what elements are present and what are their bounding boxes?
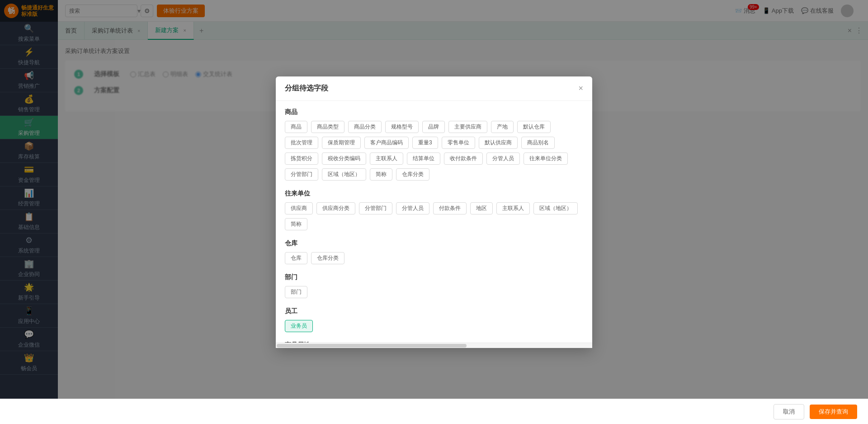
section-department: 部门部门 xyxy=(285,273,583,298)
field-tag-收付款条件[interactable]: 收付款条件 xyxy=(444,152,483,165)
bottom-bar: 取消 保存并查询 xyxy=(0,399,868,424)
field-tags-employee: 业务员 xyxy=(285,320,583,332)
field-tag-分管人员[interactable]: 分管人员 xyxy=(396,202,429,214)
field-tag-分管部门[interactable]: 分管部门 xyxy=(285,168,318,181)
field-tags-product: 商品商品类型商品分类规格型号品牌主要供应商产地默认仓库批次管理保质期管理客户商品… xyxy=(285,121,583,181)
modal-hscroll-thumb xyxy=(277,344,467,348)
field-tag-业务员[interactable]: 业务员 xyxy=(285,320,313,332)
field-tag-分管人员[interactable]: 分管人员 xyxy=(486,152,520,165)
field-tag-产地[interactable]: 产地 xyxy=(491,121,514,133)
field-tag-往来单位分类[interactable]: 往来单位分类 xyxy=(524,152,568,165)
field-tag-仓库分类[interactable]: 仓库分类 xyxy=(311,252,344,264)
field-tag-主要供应商[interactable]: 主要供应商 xyxy=(448,121,487,133)
field-tag-商品类型[interactable]: 商品类型 xyxy=(311,121,344,133)
field-tag-默认供应商[interactable]: 默认供应商 xyxy=(479,137,518,149)
field-tag-商品[interactable]: 商品 xyxy=(285,121,307,133)
field-tag-批次管理[interactable]: 批次管理 xyxy=(285,137,318,149)
field-tag-供应商[interactable]: 供应商 xyxy=(285,202,313,214)
field-tags-department: 部门 xyxy=(285,286,583,298)
field-tag-区域（地区）[interactable]: 区域（地区） xyxy=(322,168,366,181)
field-tag-分管部门[interactable]: 分管部门 xyxy=(359,202,392,214)
field-tag-主联系人[interactable]: 主联系人 xyxy=(370,152,403,165)
field-tag-重量3[interactable]: 重量3 xyxy=(412,137,438,149)
section-title-warehouse: 仓库 xyxy=(285,239,583,248)
field-tag-部门[interactable]: 部门 xyxy=(285,286,307,298)
field-tag-区域（地区）[interactable]: 区域（地区） xyxy=(533,202,578,214)
field-tag-商品别名[interactable]: 商品别名 xyxy=(521,137,555,149)
field-tag-付款条件[interactable]: 付款条件 xyxy=(433,202,467,214)
section-partner: 往来单位供应商供应商分类分管部门分管人员付款条件地区主联系人区域（地区）简称 xyxy=(285,190,583,230)
field-tag-商品分类[interactable]: 商品分类 xyxy=(348,121,382,133)
cancel-button[interactable]: 取消 xyxy=(774,404,804,419)
field-tag-客户商品编码[interactable]: 客户商品编码 xyxy=(364,137,409,149)
field-tag-零售单位[interactable]: 零售单位 xyxy=(442,137,475,149)
modal-header: 分组待选字段 × xyxy=(276,76,592,101)
modal-title: 分组待选字段 xyxy=(285,84,328,93)
section-title-employee: 员工 xyxy=(285,307,583,315)
field-tag-仓库[interactable]: 仓库 xyxy=(285,252,307,264)
field-tags-warehouse: 仓库仓库分类 xyxy=(285,252,583,264)
field-tag-品牌[interactable]: 品牌 xyxy=(422,121,445,133)
section-employee: 员工业务员 xyxy=(285,307,583,332)
field-tag-保质期管理[interactable]: 保质期管理 xyxy=(322,137,361,149)
field-tags-partner: 供应商供应商分类分管部门分管人员付款条件地区主联系人区域（地区）简称 xyxy=(285,202,583,230)
field-tag-主联系人[interactable]: 主联系人 xyxy=(496,202,530,214)
field-tag-供应商分类[interactable]: 供应商分类 xyxy=(316,202,355,214)
field-tag-仓库分类[interactable]: 仓库分类 xyxy=(396,168,429,181)
section-title-partner: 往来单位 xyxy=(285,190,583,198)
field-tag-简称[interactable]: 简称 xyxy=(370,168,392,181)
field-tag-规格型号[interactable]: 规格型号 xyxy=(385,121,419,133)
modal: 分组待选字段 × 商品商品商品类型商品分类规格型号品牌主要供应商产地默认仓库批次… xyxy=(276,76,592,348)
modal-horizontal-scrollbar[interactable] xyxy=(276,343,592,348)
modal-overlay: 分组待选字段 × 商品商品商品类型商品分类规格型号品牌主要供应商产地默认仓库批次… xyxy=(0,0,868,424)
field-tag-结算单位[interactable]: 结算单位 xyxy=(407,152,440,165)
section-title-product: 商品 xyxy=(285,108,583,116)
field-tag-地区[interactable]: 地区 xyxy=(470,202,493,214)
field-tag-默认仓库[interactable]: 默认仓库 xyxy=(517,121,551,133)
field-tag-拣货积分[interactable]: 拣货积分 xyxy=(285,152,318,165)
field-tag-简称[interactable]: 简称 xyxy=(285,218,307,230)
section-warehouse: 仓库仓库仓库分类 xyxy=(285,239,583,264)
modal-close-btn[interactable]: × xyxy=(578,84,583,93)
field-tag-税收分类编码[interactable]: 税收分类编码 xyxy=(322,152,366,165)
save-button[interactable]: 保存并查询 xyxy=(810,405,857,419)
section-title-department: 部门 xyxy=(285,273,583,281)
modal-body[interactable]: 商品商品商品类型商品分类规格型号品牌主要供应商产地默认仓库批次管理保质期管理客户… xyxy=(276,101,592,343)
section-product: 商品商品商品类型商品分类规格型号品牌主要供应商产地默认仓库批次管理保质期管理客户… xyxy=(285,108,583,181)
